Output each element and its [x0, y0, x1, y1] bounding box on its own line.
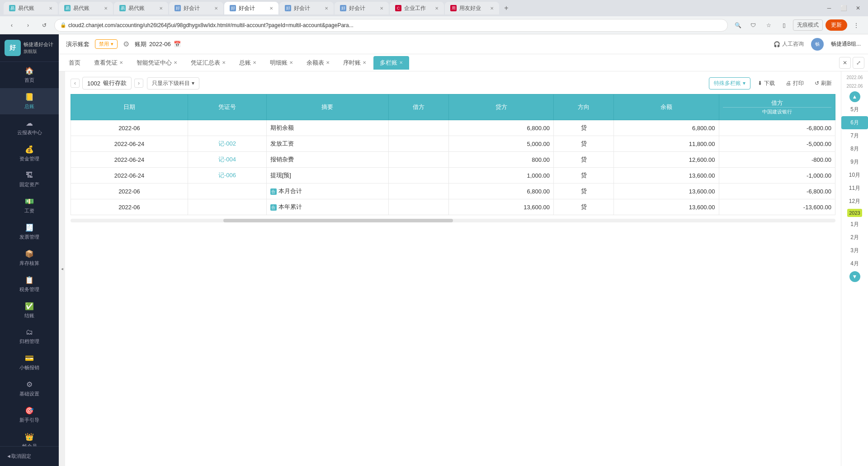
prev-account-button[interactable]: ‹ [71, 79, 80, 88]
tab-close-smart-voucher[interactable]: ✕ [174, 60, 177, 65]
tab-close-4[interactable]: ✕ [214, 6, 218, 11]
cell-voucher[interactable]: 记-002 [188, 136, 266, 152]
sidebar-item-expense[interactable]: 💳 小畅报销 [0, 349, 59, 376]
tab-chronological[interactable]: 序时账 ✕ [337, 56, 373, 70]
scrollbar-thumb[interactable] [223, 219, 453, 222]
settings-gear-icon[interactable]: ⚙ [123, 40, 129, 48]
sidebar-item-archive[interactable]: 🗂 归档管理 [0, 324, 59, 349]
shield-icon[interactable]: 🛡 [747, 19, 760, 32]
tab-close-3[interactable]: ✕ [159, 6, 163, 11]
tab-close-2[interactable]: ✕ [104, 6, 108, 11]
sidebar-item-closing[interactable]: ✅ 结账 [0, 297, 59, 324]
next-account-button[interactable]: › [134, 79, 143, 88]
consult-button[interactable]: 🎧 人工咨询 [774, 40, 804, 48]
cell-voucher[interactable]: 记-004 [188, 152, 266, 168]
tab-voucher-summary[interactable]: 凭证汇总表 ✕ [184, 56, 232, 70]
multi-column-btn[interactable]: 特殊多栏账 ▾ [709, 77, 750, 89]
left-scroll-indicator[interactable]: ◂ [59, 71, 65, 466]
demo-status-badge[interactable]: 禁用 ▾ [95, 39, 118, 49]
calendar-month-apr[interactable]: 4月 [841, 257, 868, 270]
search-icon[interactable]: 🔍 [731, 19, 744, 32]
minimize-button[interactable]: ─ [823, 2, 835, 14]
calendar-month-may[interactable]: 5月 [841, 103, 868, 116]
tab-smart-voucher[interactable]: 智能凭证中心 ✕ [130, 56, 184, 70]
browser-tab-5[interactable]: 好 好会计 ✕ [224, 2, 278, 14]
sidebar-item-guide[interactable]: 🎯 新手引导 [0, 402, 59, 428]
sidebar-item-payroll[interactable]: 💵 工资 [0, 193, 59, 219]
sidebar-item-reports[interactable]: ☁ 云报表中心 [0, 114, 59, 141]
refresh-button[interactable]: ↺ [38, 19, 51, 32]
account-selector[interactable]: 1002 银行存款 [82, 77, 132, 89]
restore-button[interactable]: ⬜ [837, 2, 850, 14]
tab-general-ledger[interactable]: 总账 ✕ [233, 56, 263, 70]
tab-close-balance[interactable]: ✕ [326, 60, 330, 65]
calendar-year-2023[interactable]: 2023 [847, 209, 862, 217]
back-button[interactable]: ‹ [5, 19, 18, 32]
tab-close-chronological[interactable]: ✕ [363, 60, 366, 65]
tab-close-voucher-summary[interactable]: ✕ [222, 60, 226, 65]
tab-balance[interactable]: 余额表 ✕ [300, 56, 336, 70]
browser-tab-2[interactable]: 易 易代账 ✕ [59, 2, 113, 14]
tab-close-9[interactable]: ✕ [490, 6, 494, 11]
calendar-down-button[interactable]: ▼ [849, 271, 860, 282]
calendar-month-jan[interactable]: 1月 [841, 218, 868, 231]
tab-close-6[interactable]: ✕ [325, 6, 328, 11]
calendar-month-feb[interactable]: 2月 [841, 231, 868, 244]
sidebar-item-settings[interactable]: ⚙ 基础设置 [0, 376, 59, 402]
sidebar-item-assets[interactable]: 🏗 固定资产 [0, 167, 59, 193]
calendar-icon[interactable]: 📅 [174, 41, 181, 47]
calendar-month-mar[interactable]: 3月 [841, 244, 868, 257]
subject-filter-dropdown[interactable]: 只显示下级科目 ▾ [147, 77, 199, 89]
url-input[interactable]: 🔒 cloud2.chanjet.com/accounting/uh26t264… [54, 19, 728, 32]
close-tab-icon[interactable]: ✕ [839, 57, 851, 69]
browser-tab-1[interactable]: 易 易代账 ✕ [4, 2, 58, 14]
sidebar-item-tax[interactable]: 📋 税务管理 [0, 271, 59, 297]
tab-detail-ledger[interactable]: 明细账 ✕ [264, 56, 299, 70]
close-button[interactable]: ✕ [852, 2, 864, 14]
browser-tab-9[interactable]: 用 用友好业 ✕ [445, 2, 499, 14]
update-button[interactable]: 更新 [826, 19, 847, 31]
calendar-month-october[interactable]: 10月 [841, 169, 868, 182]
maximize-icon[interactable]: ⤢ [853, 57, 864, 69]
tab-close-multi-column[interactable]: ✕ [399, 60, 403, 65]
tab-close-view-voucher[interactable]: ✕ [119, 60, 123, 65]
unpin-button[interactable]: ◄取消固定 [4, 450, 55, 462]
download-button[interactable]: ⬇ 下载 [754, 78, 778, 89]
browser-tab-8[interactable]: C 企业工作 ✕ [390, 2, 444, 14]
new-tab-button[interactable]: + [500, 2, 513, 14]
more-options-icon[interactable]: ⋮ [850, 19, 863, 32]
calendar-month-august[interactable]: 8月 [841, 142, 868, 155]
tab-multi-column[interactable]: 多栏账 ✕ [373, 56, 409, 70]
calendar-month-november[interactable]: 11月 [841, 182, 868, 195]
calendar-month-june[interactable]: 6月 [841, 116, 868, 129]
tab-close-5[interactable]: ✕ [269, 6, 273, 11]
browser-tab-3[interactable]: 易 易代账 ✕ [114, 2, 168, 14]
sidebar-item-funds[interactable]: 💰 资金管理 [0, 141, 59, 167]
calendar-month-july[interactable]: 7月 [841, 129, 868, 142]
tab-close-1[interactable]: ✕ [49, 6, 52, 11]
star-icon[interactable]: ☆ [762, 19, 775, 32]
cell-voucher[interactable]: 记-006 [188, 168, 266, 184]
refresh-button[interactable]: ↺ 刷新 [811, 78, 835, 89]
tab-close-detail-ledger[interactable]: ✕ [289, 60, 293, 65]
browser-tab-6[interactable]: 好 好会计 ✕ [279, 2, 334, 14]
sidebar-toggle-icon[interactable]: ▯ [778, 19, 790, 32]
calendar-month-december[interactable]: 12月 [841, 195, 868, 208]
horizontal-scrollbar[interactable] [71, 219, 835, 222]
print-button[interactable]: 🖨 打印 [782, 78, 807, 89]
forward-button[interactable]: › [22, 19, 34, 32]
sidebar-item-inventory[interactable]: 📦 库存核算 [0, 245, 59, 271]
calendar-up-button[interactable]: ▲ [849, 91, 860, 102]
no-trace-button[interactable]: 无痕模式 [793, 19, 823, 31]
calendar-month-september[interactable]: 9月 [841, 155, 868, 169]
browser-tab-4[interactable]: 好 好会计 ✕ [169, 2, 223, 14]
tab-view-voucher[interactable]: 查看凭证 ✕ [88, 56, 129, 70]
tab-close-general-ledger[interactable]: ✕ [253, 60, 256, 65]
tab-close-7[interactable]: ✕ [380, 6, 383, 11]
tab-home[interactable]: 首页 [62, 56, 87, 70]
tab-close-8[interactable]: ✕ [435, 6, 439, 11]
sidebar-item-ledger[interactable]: 📒 总账 [0, 88, 59, 114]
sidebar-item-invoice[interactable]: 🧾 发票管理 [0, 219, 59, 245]
sidebar-item-member[interactable]: 👑 畅会员 [0, 428, 59, 446]
browser-tab-7[interactable]: 好 好会计 ✕ [335, 2, 389, 14]
